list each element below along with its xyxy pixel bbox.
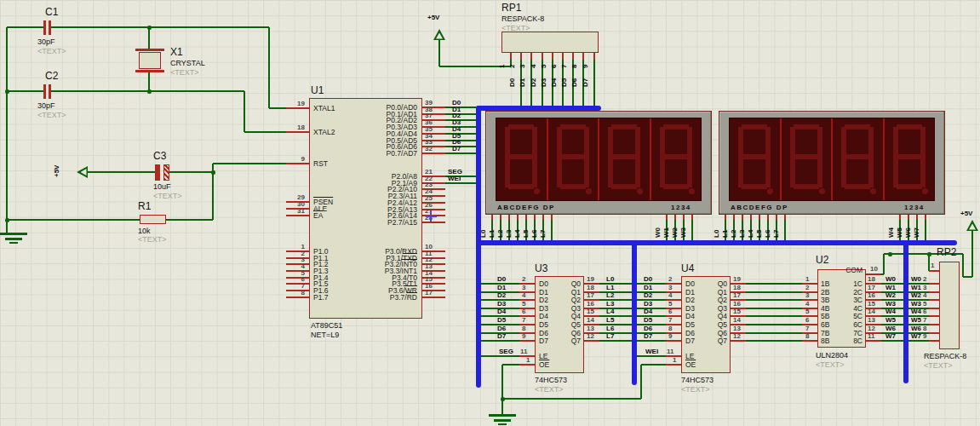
pin-name: Q0 — [550, 279, 581, 288]
wire[interactable] — [640, 365, 642, 399]
wire[interactable] — [746, 315, 802, 317]
ground-icon — [494, 419, 511, 422]
wire[interactable] — [641, 364, 666, 366]
wire[interactable] — [213, 163, 286, 164]
wire[interactable] — [148, 27, 150, 49]
wire[interactable] — [928, 254, 930, 271]
pin-name-overline: OE — [685, 360, 696, 369]
pin-name-text: D5 — [685, 320, 695, 329]
wire[interactable] — [971, 231, 973, 277]
pin-number: 19 — [733, 275, 741, 284]
wire[interactable] — [501, 365, 503, 399]
pin-number: 4 — [668, 291, 672, 300]
wire[interactable] — [746, 283, 802, 285]
junction-dot — [211, 170, 215, 175]
pin-number: 15 — [587, 308, 594, 316]
pin-name: RST — [313, 159, 328, 168]
digit-net-label: W2 — [885, 291, 896, 300]
wire[interactable] — [244, 91, 245, 132]
data-net-label: D0 — [644, 275, 652, 284]
vcc-label: +5V — [53, 165, 61, 177]
wire[interactable] — [7, 26, 43, 28]
pin-number: 1 — [673, 356, 676, 365]
pin-stub — [552, 53, 553, 60]
wire[interactable] — [883, 254, 885, 274]
wire[interactable] — [169, 171, 213, 173]
wire[interactable] — [502, 364, 519, 366]
wire[interactable] — [551, 220, 553, 240]
segment-net-label: L1 — [488, 230, 496, 238]
pin-number: 1 — [498, 65, 507, 68]
wire[interactable] — [599, 315, 632, 317]
segment-g — [560, 154, 586, 159]
wire[interactable] — [746, 299, 802, 301]
wire[interactable] — [746, 332, 802, 334]
wire[interactable] — [268, 27, 270, 108]
pin-name-text: COM — [845, 266, 863, 274]
pin-stub — [929, 308, 939, 309]
segment-e — [893, 157, 898, 187]
segment-net-label: L5 — [755, 230, 764, 238]
data-net-label: D4 — [497, 308, 506, 316]
segment-net-label: L2 — [496, 230, 505, 238]
digit-net-label: W2 — [911, 291, 921, 300]
wire[interactable] — [244, 131, 286, 133]
wire[interactable] — [599, 340, 632, 342]
segment-g — [742, 154, 767, 159]
segment-e — [505, 157, 510, 187]
junction-dot — [888, 252, 892, 256]
pin-name-text: P0.7/AD7 — [387, 149, 417, 158]
pin-number: 3 — [519, 65, 527, 68]
pin-name-text: 6C — [853, 320, 863, 329]
digit-net-label: W4 — [887, 227, 896, 238]
pin-name: Q4 — [696, 312, 727, 320]
wire[interactable] — [7, 219, 140, 221]
bus-line[interactable] — [476, 106, 601, 111]
respack-RP1[interactable] — [501, 32, 599, 53]
crystal-X1[interactable] — [139, 52, 161, 69]
wire[interactable] — [599, 291, 632, 293]
wire[interactable] — [599, 308, 632, 309]
wire[interactable] — [7, 90, 43, 92]
wire[interactable] — [269, 107, 286, 109]
wire[interactable] — [746, 308, 802, 309]
pin-number: 11 — [667, 348, 673, 356]
wire[interactable] — [593, 60, 595, 106]
wire[interactable] — [148, 72, 150, 91]
wire[interactable] — [166, 219, 213, 221]
wire[interactable] — [925, 220, 926, 240]
segment-a — [897, 124, 922, 130]
wire[interactable] — [502, 398, 641, 400]
resistor-R1[interactable] — [140, 215, 166, 224]
wire[interactable] — [438, 40, 440, 66]
bus-line[interactable] — [903, 240, 908, 383]
crystal-plate — [135, 70, 164, 72]
wire[interactable] — [599, 283, 632, 285]
segment-b — [868, 127, 874, 158]
bus-line[interactable] — [476, 106, 481, 388]
pin-name-text: P3.7/ — [390, 293, 407, 302]
respack-RP2[interactable] — [939, 262, 960, 349]
wire[interactable] — [51, 26, 269, 28]
wire[interactable] — [746, 291, 802, 293]
bus-line[interactable] — [632, 240, 637, 385]
segment-dp — [922, 188, 928, 194]
wire[interactable] — [599, 324, 632, 325]
wire[interactable] — [599, 299, 632, 301]
wire[interactable] — [746, 340, 802, 342]
segment-a — [845, 124, 870, 130]
pin-stub — [929, 299, 939, 301]
wire[interactable] — [962, 254, 964, 277]
wire[interactable] — [746, 324, 802, 325]
wire[interactable] — [784, 220, 786, 240]
wire[interactable] — [501, 399, 503, 414]
segment-b — [635, 127, 640, 158]
bus-line[interactable] — [476, 240, 957, 245]
pin-number: 18 — [868, 275, 875, 284]
wire[interactable] — [6, 27, 8, 233]
wire[interactable] — [87, 171, 155, 173]
pin-stub — [542, 53, 543, 60]
segment-g — [663, 154, 689, 159]
wire[interactable] — [599, 332, 632, 334]
wire[interactable] — [691, 220, 693, 240]
